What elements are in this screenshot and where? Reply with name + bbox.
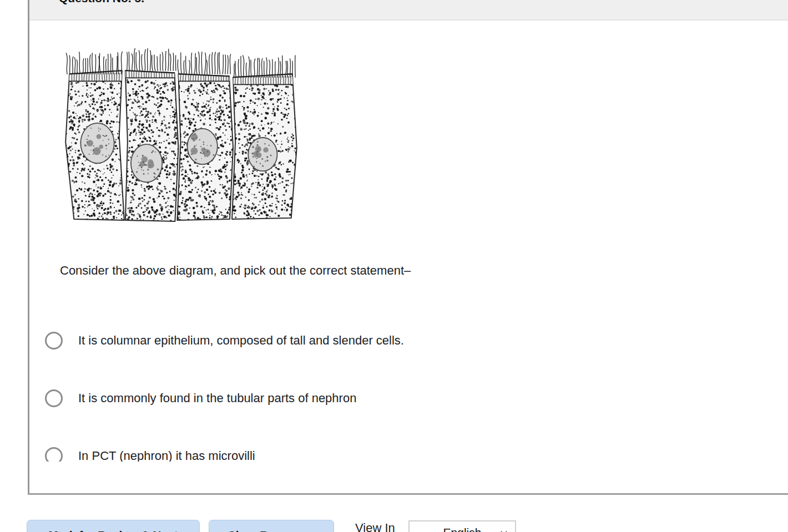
view-in-label: View In — [355, 521, 395, 532]
radio-button-2[interactable] — [45, 389, 63, 407]
epithelium-diagram-image — [61, 47, 305, 225]
question-diagram — [61, 47, 305, 225]
question-text: Consider the above diagram, and pick out… — [60, 263, 411, 278]
question-header: Question No. 5. — [29, 0, 788, 21]
chevron-down-icon — [499, 529, 508, 532]
option-label-2: It is commonly found in the tubular part… — [78, 389, 356, 407]
question-content[interactable]: Consider the above diagram, and pick out… — [29, 21, 788, 462]
language-select-value: English — [443, 526, 482, 532]
language-select[interactable]: English — [408, 520, 516, 532]
option-label-3: In PCT (nephron) it has microvilli — [78, 447, 255, 462]
radio-button-3[interactable] — [45, 447, 63, 462]
question-panel: Question No. 5. Consider the above diagr… — [28, 0, 788, 495]
option-label-1: It is columnar epithelium, composed of t… — [78, 332, 404, 349]
option-row-1[interactable]: It is columnar epithelium, composed of t… — [45, 332, 404, 349]
option-row-2[interactable]: It is commonly found in the tubular part… — [45, 389, 356, 407]
radio-button-1[interactable] — [45, 332, 63, 349]
option-row-3[interactable]: In PCT (nephron) it has microvilli — [45, 447, 255, 462]
mark-for-review-next-button[interactable]: Mark for Review & Next — [27, 520, 200, 532]
exam-page: { "header": { "question_label": "Questio… — [0, 0, 788, 532]
clear-response-button[interactable]: Clear Response — [209, 520, 334, 532]
question-number: Question No. 5. — [59, 0, 788, 5]
